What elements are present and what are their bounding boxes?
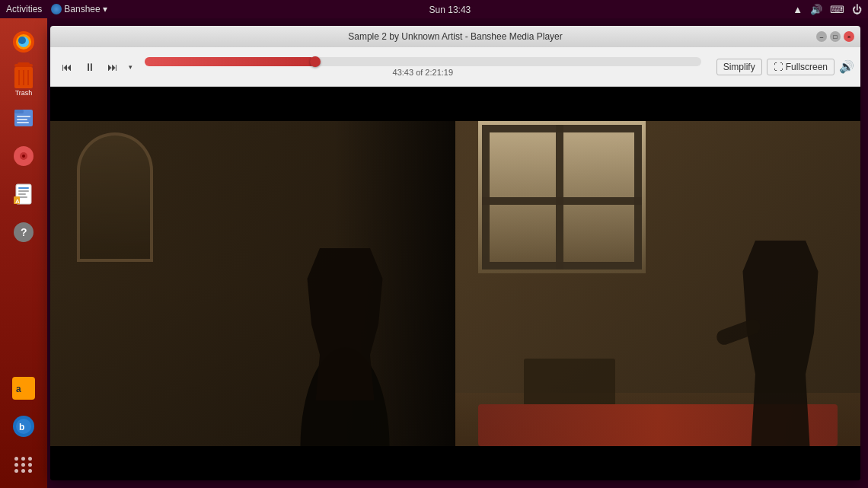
- svg-text:a: a: [16, 384, 21, 394]
- svg-text:?: ?: [21, 226, 27, 238]
- window-controls: – □ ×: [816, 31, 854, 42]
- dock-item-help[interactable]: ?: [6, 215, 41, 250]
- prev-button[interactable]: ⏮: [56, 56, 78, 78]
- banshee-menu-label: Banshee: [64, 4, 100, 14]
- svg-rect-5: [18, 62, 30, 65]
- svg-rect-12: [17, 116, 30, 117]
- banshee-menu[interactable]: Banshee ▾: [51, 4, 107, 14]
- dock-item-amazon[interactable]: a: [6, 371, 41, 406]
- window-title: Sample 2 by Unknown Artist - Banshee Med…: [348, 31, 562, 42]
- dock-item-trash[interactable]: Trash: [6, 62, 41, 97]
- arch-window: [77, 132, 153, 262]
- next-icon: ⏭: [107, 61, 118, 73]
- banshee-dock-icon: b: [11, 414, 36, 439]
- right-controls: Simplify ⛶ Fullscreen 🔊: [716, 59, 854, 75]
- svg-rect-11: [14, 110, 24, 113]
- time-label: Sun 13:43: [429, 5, 471, 15]
- maximize-button[interactable]: □: [830, 31, 841, 42]
- svg-rect-20: [18, 190, 29, 192]
- banshee-menu-arrow: ▾: [103, 4, 107, 14]
- table: [524, 359, 615, 404]
- close-icon: ×: [847, 33, 851, 40]
- apps-grid-icon: [14, 457, 33, 473]
- controls-bar: ⏮ ⏸ ⏭ ▾ 43:43 of 2:21:19: [50, 47, 860, 87]
- letterbox-top: [50, 87, 860, 121]
- maximize-icon: □: [834, 33, 838, 40]
- transport-controls: ⏮ ⏸ ⏭ ▾: [56, 56, 136, 78]
- player-window: Sample 2 by Unknown Artist - Banshee Med…: [50, 26, 860, 480]
- dock-item-music[interactable]: [6, 139, 41, 174]
- volume-button[interactable]: 🔊: [839, 59, 854, 74]
- fullscreen-icon: ⛶: [774, 62, 783, 72]
- amazon-icon: a: [11, 376, 36, 400]
- svg-text:A: A: [15, 198, 20, 205]
- svg-point-17: [22, 155, 25, 158]
- progress-section: 43:43 of 2:21:19: [136, 57, 710, 77]
- prev-icon: ⏮: [62, 61, 72, 73]
- system-time: Sun 13:43: [429, 2, 471, 16]
- help-icon: ?: [11, 220, 36, 244]
- movie-scene: [50, 87, 860, 480]
- main-area: Trash: [0, 18, 868, 488]
- music-icon: [11, 144, 36, 168]
- simplify-button[interactable]: Simplify: [716, 59, 762, 75]
- trash-label: Trash: [15, 89, 33, 97]
- next-button[interactable]: ⏭: [102, 56, 123, 78]
- minimize-icon: –: [820, 33, 823, 40]
- fullscreen-button[interactable]: ⛶ Fullscreen: [767, 59, 834, 75]
- progress-time: 43:43 of 2:21:19: [393, 68, 454, 77]
- svg-text:b: b: [19, 422, 24, 432]
- svg-rect-19: [18, 187, 29, 189]
- close-button[interactable]: ×: [844, 31, 854, 42]
- files-icon: [11, 106, 36, 130]
- next-dropdown-button[interactable]: ▾: [125, 56, 136, 78]
- dock-item-banshee[interactable]: b: [6, 409, 41, 444]
- play-pause-button[interactable]: ⏸: [79, 56, 101, 78]
- system-bar: Activities Banshee ▾ Sun 13:43 ▲ 🔊 ⌨ ⏻: [0, 0, 868, 18]
- scene-left: [50, 121, 455, 446]
- video-area: [50, 87, 860, 480]
- letterbox-bottom: [50, 446, 860, 480]
- dropdown-arrow-icon: ▾: [129, 63, 132, 71]
- svg-rect-21: [18, 193, 26, 195]
- svg-point-3: [18, 37, 26, 44]
- window-horizontal-divider: [482, 197, 642, 205]
- svg-rect-14: [17, 122, 29, 123]
- power-icon[interactable]: ⏻: [852, 4, 862, 15]
- apps-grid-button[interactable]: [6, 447, 41, 482]
- svg-rect-13: [17, 119, 27, 120]
- progress-bar[interactable]: [145, 57, 701, 66]
- title-bar: Sample 2 by Unknown Artist - Banshee Med…: [50, 26, 860, 47]
- scene-right: [455, 121, 860, 446]
- activities-button[interactable]: Activities: [6, 4, 42, 14]
- dock-item-docs[interactable]: A: [6, 177, 41, 212]
- progress-fill: [145, 57, 315, 66]
- dock-item-files[interactable]: [6, 100, 41, 136]
- play-pause-icon: ⏸: [85, 61, 95, 73]
- dock-item-firefox[interactable]: [6, 24, 41, 59]
- system-bar-left: Activities Banshee ▾: [6, 4, 107, 14]
- firefox-icon: [11, 30, 36, 54]
- scene-content: [50, 121, 860, 446]
- keyboard-icon[interactable]: ⌨: [830, 4, 844, 15]
- docs-icon: A: [11, 182, 36, 206]
- dock: Trash: [0, 18, 47, 488]
- system-bar-right: ▲ 🔊 ⌨ ⏻: [793, 4, 862, 15]
- minimize-button[interactable]: –: [816, 31, 827, 42]
- banshee-logo-icon: [51, 4, 62, 14]
- wifi-icon[interactable]: ▲: [793, 4, 803, 15]
- fullscreen-label: Fullscreen: [786, 62, 828, 72]
- progress-thumb[interactable]: [310, 56, 321, 67]
- volume-icon[interactable]: 🔊: [810, 4, 822, 15]
- trash-icon: [11, 64, 36, 88]
